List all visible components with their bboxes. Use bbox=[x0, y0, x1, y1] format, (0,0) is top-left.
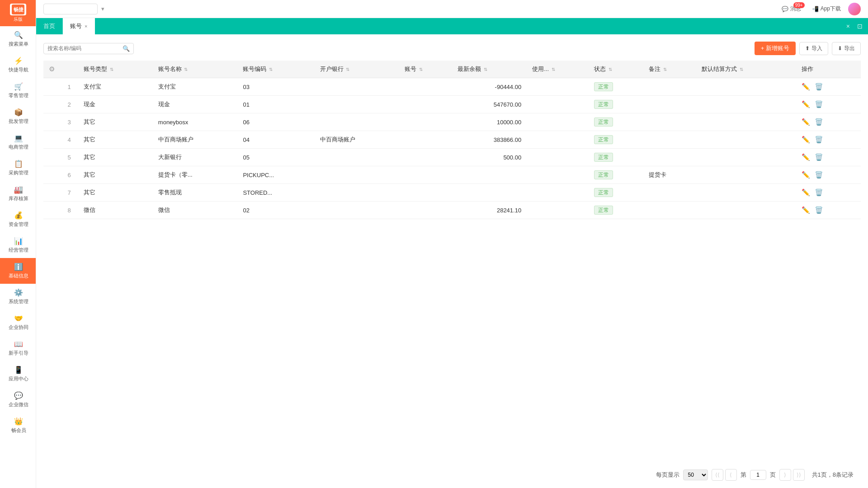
sidebar-item-wechat[interactable]: 💬 企业微信 bbox=[0, 387, 36, 413]
row-bank-cell bbox=[315, 166, 400, 184]
avatar[interactable] bbox=[848, 3, 861, 15]
col-status[interactable]: 状态 ⇅ bbox=[589, 61, 643, 78]
col-code[interactable]: 账号编码 ⇅ bbox=[237, 61, 314, 78]
topbar-dropdown-icon[interactable]: ▾ bbox=[101, 5, 104, 12]
total-label: 共1页，8条记录 bbox=[812, 471, 854, 479]
status-badge: 正常 bbox=[594, 170, 613, 179]
col-settlement[interactable]: 默认结算方式 ⇅ bbox=[696, 61, 796, 78]
col-bank[interactable]: 开户银行 ⇅ bbox=[315, 61, 400, 78]
export-button[interactable]: ⬇ 导出 bbox=[832, 42, 861, 55]
sidebar-item-search[interactable]: 🔍 搜索菜单 bbox=[0, 26, 36, 52]
delete-button[interactable]: 🗑️ bbox=[815, 171, 823, 178]
status-badge: 正常 bbox=[594, 206, 613, 215]
tab-restore-button[interactable]: ⊡ bbox=[855, 22, 864, 31]
page-size-select[interactable]: 50 20 100 bbox=[683, 469, 708, 480]
row-status-cell: 正常 bbox=[589, 184, 643, 202]
col-usage[interactable]: 使用... ⇅ bbox=[527, 61, 589, 78]
edit-button[interactable]: ✏️ bbox=[802, 118, 810, 126]
wholesale-icon: 📦 bbox=[14, 108, 23, 117]
sidebar-item-basic[interactable]: ℹ️ 基础信息 bbox=[0, 258, 36, 284]
delete-button[interactable]: 🗑️ bbox=[815, 100, 823, 108]
sidebar-item-system[interactable]: ⚙️ 系统管理 bbox=[0, 284, 36, 310]
col-notes[interactable]: 备注 ⇅ bbox=[643, 61, 696, 78]
tab-account-close[interactable]: × bbox=[85, 23, 87, 29]
row-name-cell: 支付宝 bbox=[153, 78, 238, 96]
edit-button[interactable]: ✏️ bbox=[802, 188, 810, 196]
col-type[interactable]: 账号类型 ⇅ bbox=[78, 61, 153, 78]
sidebar-item-ecommerce[interactable]: 💻 电商管理 bbox=[0, 129, 36, 155]
edit-button[interactable]: ✏️ bbox=[802, 83, 810, 90]
row-type-cell: 其它 bbox=[78, 184, 153, 202]
tab-close-all-button[interactable]: × bbox=[844, 22, 852, 31]
prev-page-button[interactable]: ⟨ bbox=[725, 469, 737, 481]
delete-button[interactable]: 🗑️ bbox=[815, 188, 823, 196]
row-type-cell: 现金 bbox=[78, 96, 153, 113]
col-actions-label: 操作 bbox=[802, 66, 813, 72]
row-settings-cell bbox=[43, 202, 60, 219]
col-status-label: 状态 bbox=[594, 66, 606, 72]
content-toolbar: 🔍 + 新增账号 ⬆ 导入 ⬇ 导出 bbox=[43, 42, 861, 55]
sidebar-item-operations[interactable]: 📊 经营管理 bbox=[0, 232, 36, 258]
sidebar-item-purchase[interactable]: 📋 采购管理 bbox=[0, 155, 36, 181]
sidebar-item-ecommerce-label: 电商管理 bbox=[9, 144, 28, 150]
sidebar-item-appcenter[interactable]: 📱 应用中心 bbox=[0, 361, 36, 387]
row-bank-cell: 中百商场账户 bbox=[315, 131, 400, 149]
col-balance[interactable]: 最新余额 ⇅ bbox=[452, 61, 527, 78]
column-settings-icon[interactable]: ⚙ bbox=[49, 65, 55, 73]
table-row: 3 其它 moneybosx 06 10000.00 正常 ✏️ 🗑️ bbox=[43, 113, 861, 131]
row-account-cell bbox=[399, 149, 452, 166]
row-type-cell: 支付宝 bbox=[78, 78, 153, 96]
system-icon: ⚙️ bbox=[14, 288, 23, 297]
delete-button[interactable]: 🗑️ bbox=[815, 153, 823, 161]
col-notes-sort: ⇅ bbox=[663, 67, 667, 72]
sidebar-item-retail[interactable]: 🛒 零售管理 bbox=[0, 78, 36, 103]
account-search-box[interactable]: 🔍 bbox=[43, 43, 134, 54]
col-account[interactable]: 账号 ⇅ bbox=[399, 61, 452, 78]
delete-button[interactable]: 🗑️ bbox=[815, 206, 823, 214]
row-usage-cell bbox=[527, 149, 589, 166]
sidebar-item-finance[interactable]: 💰 资金管理 bbox=[0, 206, 36, 232]
tab-home[interactable]: 首页 bbox=[36, 18, 63, 34]
row-balance-cell: 500.00 bbox=[452, 149, 527, 166]
sidebar-item-guide[interactable]: 📖 新手引导 bbox=[0, 335, 36, 361]
sidebar-item-member[interactable]: 👑 畅会员 bbox=[0, 413, 36, 438]
message-button[interactable]: 💬 消息 99+ bbox=[782, 5, 801, 13]
retail-icon: 🛒 bbox=[14, 82, 23, 91]
row-index-cell: 6 bbox=[60, 166, 78, 184]
tab-account[interactable]: 账号 × bbox=[63, 18, 95, 34]
row-bank-cell bbox=[315, 78, 400, 96]
status-badge: 正常 bbox=[594, 153, 613, 162]
sidebar-item-inventory[interactable]: 🏭 库存核算 bbox=[0, 181, 36, 206]
row-bank-cell bbox=[315, 184, 400, 202]
account-search-icon: 🔍 bbox=[123, 45, 130, 52]
next-page-button[interactable]: ⟩ bbox=[779, 469, 791, 481]
first-page-button[interactable]: ⟨⟨ bbox=[712, 469, 723, 481]
page-number-input[interactable] bbox=[750, 470, 766, 480]
row-balance-cell: 28241.10 bbox=[452, 202, 527, 219]
content-area: 🔍 + 新增账号 ⬆ 导入 ⬇ 导出 bbox=[36, 34, 868, 488]
sidebar-item-agreement[interactable]: 🤝 企业协同 bbox=[0, 310, 36, 335]
edit-button[interactable]: ✏️ bbox=[802, 100, 810, 108]
delete-button[interactable]: 🗑️ bbox=[815, 118, 823, 126]
edit-button[interactable]: ✏️ bbox=[802, 153, 810, 161]
account-search-input[interactable] bbox=[47, 45, 120, 52]
app-download-button[interactable]: 📲 App下载 bbox=[812, 5, 841, 13]
row-code-cell: 04 bbox=[237, 131, 314, 149]
sidebar-item-purchase-label: 采购管理 bbox=[9, 169, 28, 176]
last-page-button[interactable]: ⟩⟩ bbox=[793, 469, 805, 481]
edit-button[interactable]: ✏️ bbox=[802, 136, 810, 143]
edit-button[interactable]: ✏️ bbox=[802, 171, 810, 178]
add-account-button[interactable]: + 新增账号 bbox=[755, 42, 796, 55]
row-account-cell bbox=[399, 184, 452, 202]
delete-button[interactable]: 🗑️ bbox=[815, 83, 823, 90]
import-button[interactable]: ⬆ 导入 bbox=[799, 42, 828, 55]
sidebar-item-wholesale[interactable]: 📦 批发管理 bbox=[0, 103, 36, 129]
col-name[interactable]: 账号名称 ⇅ bbox=[153, 61, 238, 78]
col-type-sort: ⇅ bbox=[110, 67, 113, 72]
delete-button[interactable]: 🗑️ bbox=[815, 136, 823, 143]
sidebar-item-shortcut[interactable]: ⚡ 快捷导航 bbox=[0, 52, 36, 78]
topbar-search-input[interactable] bbox=[43, 4, 98, 14]
app-version: 乐版 bbox=[14, 16, 23, 23]
col-index bbox=[60, 61, 78, 78]
edit-button[interactable]: ✏️ bbox=[802, 206, 810, 214]
